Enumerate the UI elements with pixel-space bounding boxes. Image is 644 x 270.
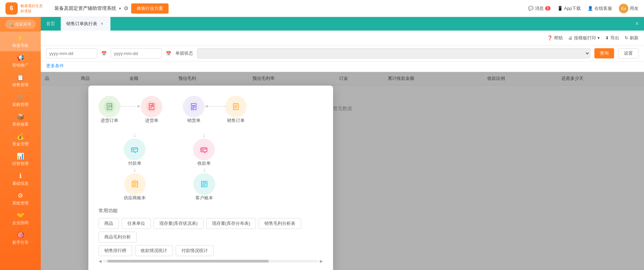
- flow-col-receipt: ↓ ¥: [193, 132, 215, 166]
- func-btn-8[interactable]: 付款情况统计: [176, 245, 214, 256]
- system-dropdown-icon[interactable]: ▾: [119, 6, 121, 11]
- sidebar-item-purchase[interactable]: 🛒 采购管理: [0, 91, 41, 110]
- func-btn-4[interactable]: 销售毛利分析表: [259, 218, 301, 229]
- func-btn-6[interactable]: 销售排行榜: [99, 245, 132, 256]
- app-download-action[interactable]: 📱 App下载: [557, 5, 581, 12]
- sidebar-item-system[interactable]: ⚙ 系统管理: [0, 189, 41, 209]
- calendar-icon-2[interactable]: 📅: [166, 51, 171, 56]
- flow-node-sale-order[interactable]: 销售订单: [225, 96, 247, 124]
- arrow-down-2: ↓: [203, 132, 205, 138]
- help-btn[interactable]: ❓ 帮助: [547, 35, 563, 41]
- main-layout: 🔍 搜索菜单 ⚡ 快捷导航 📢 营销推广 📋 销售管理 🛒 采购管理 📦 库存核…: [0, 17, 644, 270]
- set-button[interactable]: 设置: [618, 48, 639, 58]
- flow-col-supplier: ↓ 供应商账本: [124, 166, 146, 201]
- purchase-order-circle: [99, 96, 120, 118]
- svg-rect-5: [192, 105, 195, 106]
- flow-diagram-row2: ↓ ¥: [124, 132, 323, 166]
- func-btn-5[interactable]: 商品毛利分析: [99, 232, 137, 242]
- logo-icon: 6: [5, 2, 18, 15]
- system-title: 装备及固定资产辅助管理系统: [54, 5, 116, 12]
- tab-sales-order[interactable]: 销售订单执行表 ×: [61, 17, 110, 31]
- sidebar-item-inventory[interactable]: 📦 库存核算: [0, 110, 41, 130]
- enterprise-icon: 🤝: [17, 212, 24, 219]
- svg-text:¥: ¥: [204, 151, 206, 154]
- flow-node-sale[interactable]: 销货单: [183, 96, 205, 124]
- sidebar-item-quick-nav[interactable]: ⚡ 快捷导航: [0, 32, 41, 51]
- trial-button[interactable]: 体验行业方案: [131, 3, 169, 14]
- tab-bar: 首页 销售订单执行表 × ×: [41, 17, 644, 31]
- logo-area: 6 畅康通好生意 标准版: [5, 2, 46, 15]
- template-print-btn[interactable]: 🖨 按模板打印 ▾: [568, 35, 600, 41]
- online-service-label: 在线客服: [594, 5, 612, 12]
- svg-text:¥: ¥: [134, 151, 136, 154]
- flow-node-supplier[interactable]: 供应商账本: [124, 173, 146, 201]
- window-close-btn[interactable]: ×: [630, 21, 644, 27]
- message-action[interactable]: 💬 消息 5: [528, 5, 551, 12]
- flow-diagram-row3: ↓ 供应商账本: [124, 166, 323, 201]
- purchase-order-label: 进货订单: [101, 118, 118, 124]
- more-conditions-link[interactable]: 更多条件: [46, 63, 64, 68]
- func-btn-0[interactable]: 商品: [99, 218, 119, 229]
- status-select[interactable]: [197, 48, 590, 58]
- sidebar-item-label-2: 销售管理: [12, 82, 29, 88]
- flow-node-customer[interactable]: 客户账本: [193, 173, 215, 201]
- export-icon: ⬇: [605, 35, 609, 40]
- settings-icon[interactable]: ⚙: [124, 5, 128, 12]
- func-btn-3[interactable]: 现存量(库存分布表): [206, 218, 256, 229]
- tab-close-btn[interactable]: ×: [99, 21, 105, 26]
- sidebar-item-operations[interactable]: 📊 经营管理: [0, 150, 41, 169]
- svg-rect-18: [202, 150, 204, 151]
- flow-node-receipt[interactable]: ¥ 收款单: [193, 139, 215, 166]
- marketing-icon: 📢: [17, 54, 24, 61]
- export-btn[interactable]: ⬇ 导出: [605, 35, 619, 41]
- func-btn-1[interactable]: 往来单位: [122, 218, 151, 229]
- payment-circle: ¥: [124, 139, 145, 160]
- date-input[interactable]: [46, 48, 97, 58]
- svg-marker-2: [137, 105, 141, 108]
- tab-home[interactable]: 首页: [41, 17, 61, 31]
- basic-info-icon: ℹ: [19, 172, 22, 180]
- flow-node-payment[interactable]: ¥ 付款单: [124, 139, 145, 166]
- sidebar-item-finance[interactable]: 💰 资金管理: [0, 130, 41, 150]
- svg-marker-9: [205, 105, 208, 108]
- refresh-btn[interactable]: ↻ 刷新: [625, 35, 639, 41]
- calendar-icon[interactable]: 📅: [101, 51, 107, 56]
- customer-label: 客户账本: [195, 195, 213, 201]
- svg-rect-7: [192, 108, 194, 109]
- search-button[interactable]: 查询: [594, 48, 614, 58]
- func-btn-7[interactable]: 收款情况统计: [135, 245, 173, 256]
- content-area: 首页 销售订单执行表 × × ❓ 帮助 🖨 按模板打印 ▾ ⬇ 导出: [41, 17, 644, 270]
- supplier-label: 供应商账本: [124, 195, 146, 201]
- receipt-circle: ¥: [193, 139, 215, 160]
- receipt-label: 收款单: [197, 160, 211, 166]
- sidebar: 🔍 搜索菜单 ⚡ 快捷导航 📢 营销推广 📋 销售管理 🛒 采购管理 📦 库存核…: [0, 17, 41, 270]
- sidebar-item-guide[interactable]: 🎯 新手引导: [0, 229, 41, 248]
- sidebar-item-sales[interactable]: 📋 销售管理: [0, 71, 41, 91]
- user-action[interactable]: Ea 用友: [619, 4, 639, 13]
- scroll-left-btn[interactable]: ◀: [99, 259, 102, 264]
- date-input-2[interactable]: [111, 48, 162, 58]
- flow-node-purchase[interactable]: 进货单: [141, 96, 162, 124]
- sidebar-item-basic-info[interactable]: ℹ 基础信息: [0, 169, 41, 189]
- flow-node-purchase-order[interactable]: 进货订单: [99, 96, 120, 124]
- sidebar-item-enterprise[interactable]: 🤝 企业协同: [0, 209, 41, 229]
- sidebar-item-marketing[interactable]: 📢 营销推广: [0, 51, 41, 71]
- tab-active-label: 销售订单执行表: [66, 21, 97, 27]
- arrow-1: [120, 104, 141, 108]
- purchase-icon: 🛒: [17, 93, 24, 101]
- toolbar: ❓ 帮助 🖨 按模板打印 ▾ ⬇ 导出 ↻ 刷新: [41, 31, 644, 46]
- modal-overlay: 进货订单: [41, 72, 644, 270]
- sidebar-item-label-10: 新手引导: [12, 240, 29, 246]
- user-name: 用友: [630, 5, 639, 12]
- scroll-thumb[interactable]: [107, 260, 269, 263]
- header-right: 💬 消息 5 📱 App下载 👤 在线客服 Ea 用友: [528, 4, 639, 13]
- finance-icon: 💰: [17, 133, 24, 140]
- scroll-right-btn[interactable]: ▶: [320, 259, 323, 264]
- message-icon: 💬: [528, 6, 534, 11]
- arrow-down-4: ↓: [203, 167, 206, 173]
- sidebar-search[interactable]: 🔍 搜索菜单: [5, 20, 36, 29]
- online-service-action[interactable]: 👤 在线客服: [588, 5, 612, 12]
- func-btn-2[interactable]: 现存量(库存状况表): [154, 218, 204, 229]
- system-icon: ⚙: [18, 192, 23, 199]
- sale-order-circle: [225, 96, 247, 118]
